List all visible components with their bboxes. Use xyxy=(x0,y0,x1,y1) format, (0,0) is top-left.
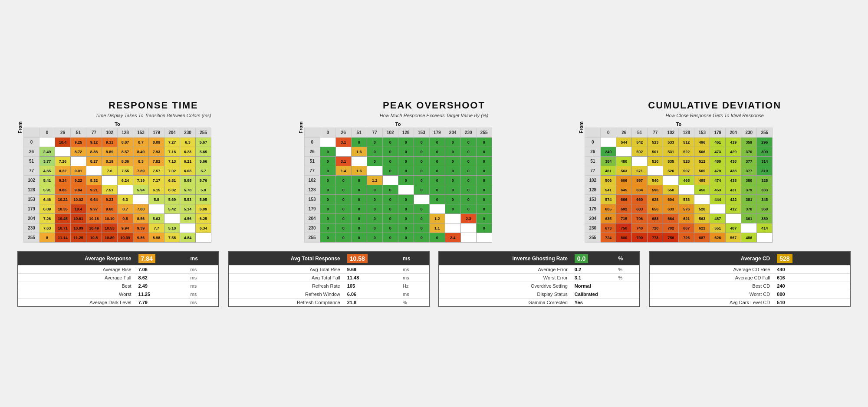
matrix-cell: 6.09 xyxy=(196,204,211,214)
matrix-cell: 706 xyxy=(632,214,648,223)
matrix-cell xyxy=(39,138,55,147)
to-label: To xyxy=(304,121,492,127)
ghost-stats-table: Inverse Ghosting Rate 0.0 % Average Erro… xyxy=(439,252,639,306)
response-time-title: RESPONSE TIME xyxy=(17,100,289,111)
matrix-cell: 1.6 xyxy=(351,166,367,176)
matrix-cell: 687 xyxy=(694,233,710,243)
matrix-cell: 0 xyxy=(367,138,382,147)
ghost-header-row: Inverse Ghosting Rate 0.0 % xyxy=(439,252,639,266)
matrix-cell: 605 xyxy=(601,204,616,214)
table-row: 03.1000000000 xyxy=(304,138,492,147)
rt-fall-row: Average Fall 8.62 ms xyxy=(18,274,218,282)
tr-avg-unit: ms xyxy=(399,252,429,266)
matrix-cell: 461 xyxy=(601,166,616,176)
matrix-cell: 0 xyxy=(398,204,414,214)
matrix-table: 0265177102128153179204230255010.49.259.1… xyxy=(23,128,211,243)
matrix-cell: 596 xyxy=(648,185,663,195)
cd-fall-row: Average CD Fall 616 xyxy=(650,274,850,282)
matrix-cell: 7.26 xyxy=(55,157,71,166)
stats-row: Average Response 7.84 ms Average Rise 7.… xyxy=(17,251,851,307)
matrix-cell: 0 xyxy=(476,195,492,204)
table-row: 2047.2610.4510.6110.1810.199.58.565.634.… xyxy=(24,214,211,223)
matrix-cell: 5.67 xyxy=(196,138,211,147)
table-row: 1280000000000 xyxy=(304,185,492,195)
rt-worst-unit: ms xyxy=(187,290,218,299)
row-header: 153 xyxy=(24,195,39,204)
ghost-display-row: Display Status Calibrated xyxy=(439,290,639,299)
tr-rise-row: Avg Total Rise 9.69 ms xyxy=(229,266,429,274)
matrix-cell: 563 xyxy=(616,166,632,176)
rt-dark-value: 7.79 xyxy=(135,299,187,307)
matrix-cell: 0 xyxy=(320,195,335,204)
rt-rise-label: Average Rise xyxy=(18,266,135,274)
matrix-cell xyxy=(710,204,726,214)
col-header: 179 xyxy=(429,128,445,138)
matrix-cell: 10.18 xyxy=(86,214,102,223)
row-header: 26 xyxy=(585,147,601,157)
table-row: 1285.919.869.849.217.515.946.156.325.785… xyxy=(24,185,211,195)
matrix-cell: 377 xyxy=(741,157,757,166)
tr-fall-unit: ms xyxy=(399,274,429,282)
matrix-cell: 381 xyxy=(741,195,757,204)
matrix-cell: 673 xyxy=(601,223,616,233)
matrix-cell: 0 xyxy=(429,147,445,157)
row-header: 204 xyxy=(304,214,320,223)
matrix-cell xyxy=(55,147,71,157)
matrix-cell: 5.8 xyxy=(149,195,164,204)
col-header: 153 xyxy=(133,128,149,138)
matrix-cell: 0 xyxy=(414,223,429,233)
matrix-cell: 6.81 xyxy=(164,176,180,185)
row-header: 102 xyxy=(24,176,39,185)
matrix-cell: 0 xyxy=(382,233,398,243)
matrix-cell: 412 xyxy=(726,204,741,214)
matrix-cell: 7.17 xyxy=(149,176,164,185)
row-header: 128 xyxy=(585,185,601,195)
matrix-cell: 5.53 xyxy=(180,195,196,204)
matrix-cell xyxy=(648,166,663,176)
cumulative-deviation-title: CUMULATIVE DEVIATION xyxy=(579,100,851,111)
from-label: From xyxy=(298,121,303,143)
row-header: 153 xyxy=(304,195,320,204)
matrix-cell: 0 xyxy=(351,233,367,243)
matrix-cell: 0 xyxy=(414,204,429,214)
col-header: 0 xyxy=(39,128,55,138)
matrix-cell: 621 xyxy=(679,214,694,223)
matrix-cell: 10.35 xyxy=(55,204,71,214)
cd-rise-label: Average CD Rise xyxy=(650,266,773,274)
tr-fall-value: 11.48 xyxy=(344,274,399,282)
from-label: From xyxy=(579,121,584,143)
matrix-cell: 6.24 xyxy=(118,176,133,185)
tr-refresh-window-unit: ms xyxy=(399,290,429,299)
matrix-cell xyxy=(601,138,616,147)
tr-stats-table: Avg Total Response 10.58 ms Avg Total Ri… xyxy=(229,252,429,306)
matrix-cell: 377 xyxy=(741,166,757,176)
matrix-cell: 10.89 xyxy=(102,233,118,243)
matrix-cell: 0 xyxy=(367,195,382,204)
table-row: 230673750740720702667622551487414 xyxy=(585,223,773,233)
matrix-cell: 5.63 xyxy=(149,214,164,223)
matrix-cell: 429 xyxy=(726,147,741,157)
matrix-cell: 473 xyxy=(710,147,726,157)
matrix-cell: 431 xyxy=(726,185,741,195)
cd-rise-row: Average CD Rise 440 xyxy=(650,266,850,274)
matrix-cell: 0 xyxy=(429,176,445,185)
matrix-cell: 542 xyxy=(632,138,648,147)
matrix-cell xyxy=(102,176,118,185)
matrix-cell xyxy=(757,233,773,243)
matrix-cell: 1.4 xyxy=(335,166,351,176)
matrix-cell: 531 xyxy=(663,147,679,157)
matrix-cell: 9.97 xyxy=(86,204,102,214)
matrix-cell: 715 xyxy=(616,214,632,223)
matrix-cell: 0 xyxy=(382,157,398,166)
cd-header-row: Average CD 528 xyxy=(650,252,850,266)
matrix-cell: 8.87 xyxy=(118,138,133,147)
matrix-cell: 0 xyxy=(398,157,414,166)
matrix-cell: 10.22 xyxy=(55,195,71,204)
col-header: 51 xyxy=(351,128,367,138)
cd-fall-value: 616 xyxy=(773,274,832,282)
matrix-cell: 8.49 xyxy=(133,147,149,157)
matrix-cell: 2.3 xyxy=(460,214,476,223)
matrix-cell: 773 xyxy=(648,233,663,243)
matrix-cell: 465 xyxy=(679,176,694,185)
matrix-cell: 635 xyxy=(601,214,616,223)
